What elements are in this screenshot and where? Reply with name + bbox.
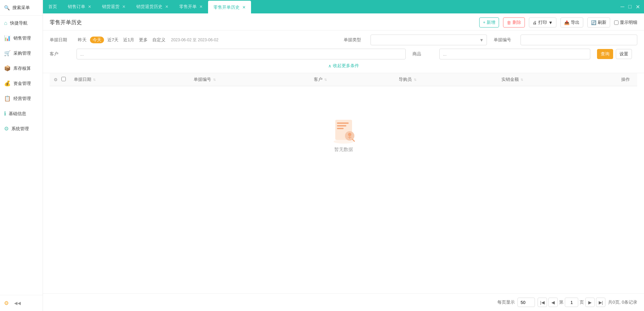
tab-sales-return[interactable]: 销货退货 ✕ <box>97 0 131 13</box>
tab-retail-open-label: 零售开单 <box>179 4 197 10</box>
tab-bar-right: ─ □ ✕ <box>621 4 644 10</box>
sidebar-search[interactable]: 🔍 搜索采单 <box>0 0 43 16</box>
tab-sales-return-close[interactable]: ✕ <box>122 4 126 9</box>
sidebar-item-label: 经营管理 <box>13 96 31 102</box>
product-input[interactable]: ... <box>439 49 590 59</box>
info-icon: ℹ <box>4 110 6 117</box>
collapse-sidebar-icon[interactable]: ◀◀ <box>14 301 21 306</box>
tab-sales-order[interactable]: 销售订单 ✕ <box>62 0 97 13</box>
export-button[interactable]: 📤 导出 <box>560 17 583 28</box>
window-minimize-icon[interactable]: ─ <box>621 4 624 10</box>
th-op: 操作 <box>617 73 637 86</box>
toolbar: + 新增 🗑 删除 🖨 打印 ▼ 📤 导出 🔄 刷新 <box>479 17 637 28</box>
page-title: 零售开单历史 <box>50 19 82 26</box>
th-amount-sort-icon[interactable]: ⇅ <box>521 78 523 82</box>
sidebar-item-quick-nav[interactable]: ⌂ 快捷导航 <box>0 16 43 31</box>
sidebar-item-label: 快捷导航 <box>10 20 28 26</box>
settings-icon[interactable]: ⚙ <box>4 300 9 306</box>
filter-bill-type-col: 单据类型 ▼ <box>344 35 487 45</box>
display-cols-checkbox[interactable] <box>614 20 618 25</box>
refresh-button[interactable]: 🔄 刷新 <box>587 17 610 28</box>
page-header: 零售开单历史 + 新增 🗑 删除 🖨 打印 ▼ 📤 导出 🔄 <box>43 13 644 31</box>
export-icon: 📤 <box>564 20 569 25</box>
page-size-select[interactable]: 10 20 50 100 <box>517 298 535 307</box>
sidebar-item-label: 基础信息 <box>9 111 26 117</box>
collapse-filter-btn[interactable]: ∧ 收起更多条件 <box>328 63 359 69</box>
page-size-label: 每页显示 <box>497 299 515 305</box>
th-salesperson-sort-icon[interactable]: ⇅ <box>414 78 416 82</box>
first-page-btn[interactable]: |◀ <box>538 298 547 307</box>
empty-text: 暂无数据 <box>334 147 353 153</box>
prev-page-btn[interactable]: ◀ <box>548 298 558 307</box>
bill-type-select[interactable] <box>370 35 487 45</box>
sidebar-item-inventory[interactable]: 📦 库存核算 <box>0 61 43 76</box>
shortcut-today[interactable]: 今天 <box>90 37 104 43</box>
customer-input[interactable]: ... <box>77 49 406 59</box>
sidebar-item-purchase-mgmt[interactable]: 🛒 采购管理 <box>0 46 43 61</box>
sidebar-item-operations[interactable]: 📋 经营管理 <box>0 91 43 106</box>
th-settings: ⚙ <box>50 73 70 86</box>
table-header-row: ⚙ 单据日期 ⇅ 单据编号 ⇅ 客户 <box>50 73 637 86</box>
tab-retail-open-history[interactable]: 零售开单历史 ✕ <box>208 1 251 14</box>
date-range-display: 2023-06-02 至 2023-06-02 <box>171 37 218 43</box>
th-no-label: 单据编号 <box>194 77 211 82</box>
tab-sales-order-close[interactable]: ✕ <box>88 4 91 9</box>
tab-sales-return-history[interactable]: 销货退货历史 ✕ <box>131 0 174 13</box>
tab-retail-open-history-label: 零售开单历史 <box>213 4 240 10</box>
shortcut-custom[interactable]: 自定义 <box>151 37 167 43</box>
bill-no-input[interactable] <box>521 35 637 45</box>
shortcut-yesterday[interactable]: 昨天 <box>77 37 88 43</box>
sidebar-item-system[interactable]: ⚙ 系统管理 <box>0 121 43 136</box>
filter-bill-no-col: 单据编号 <box>494 35 637 45</box>
shortcut-more[interactable]: 更多 <box>138 37 149 43</box>
sidebar-item-label: 采购管理 <box>13 50 31 56</box>
tab-home-label: 首页 <box>48 4 57 10</box>
filter-date-col: 单据日期 昨天 今天 近7天 近1月 更多 自定义 2023-06-02 至 2… <box>50 37 337 43</box>
sidebar-item-sales-mgmt[interactable]: 📊 销售管理 <box>0 31 43 46</box>
home-icon: ⌂ <box>4 20 7 26</box>
customer-placeholder: ... <box>80 52 84 57</box>
bill-type-label: 单据类型 <box>344 37 370 43</box>
sidebar-item-finance[interactable]: 💰 资金管理 <box>0 76 43 91</box>
select-all-checkbox[interactable] <box>61 77 66 81</box>
tab-home[interactable]: 首页 <box>43 0 62 13</box>
print-button[interactable]: 🖨 打印 ▼ <box>529 17 556 28</box>
tab-sales-return-history-close[interactable]: ✕ <box>165 4 168 9</box>
page-input[interactable] <box>565 298 578 307</box>
svg-rect-2 <box>337 122 349 124</box>
table-area: ⚙ 单据日期 ⇅ 单据编号 ⇅ 客户 <box>43 73 644 293</box>
th-amount-label: 实销金额 <box>501 77 519 82</box>
customer-label: 客户 <box>50 51 77 57</box>
settings-button[interactable]: 设置 <box>616 49 632 59</box>
tab-bar: 首页 销售订单 ✕ 销货退货 ✕ 销货退货历史 ✕ 零售开单 ✕ 零售开单历史 … <box>43 0 644 13</box>
tab-retail-open[interactable]: 零售开单 ✕ <box>174 0 208 13</box>
shortcut-7days[interactable]: 近7天 <box>106 37 120 43</box>
sidebar-bottom: ⚙ ◀◀ <box>0 295 43 311</box>
sidebar-item-basic-info[interactable]: ℹ 基础信息 <box>0 106 43 121</box>
main-area: 首页 销售订单 ✕ 销货退货 ✕ 销货退货历史 ✕ 零售开单 ✕ 零售开单历史 … <box>43 0 644 311</box>
table-settings-icon[interactable]: ⚙ <box>54 77 58 82</box>
tab-sales-return-label: 销货退货 <box>102 4 119 10</box>
th-date-sort-icon[interactable]: ⇅ <box>93 78 96 82</box>
window-close-icon[interactable]: ✕ <box>636 4 640 10</box>
print-dropdown-icon: ▼ <box>548 20 553 25</box>
content-area: 零售开单历史 + 新增 🗑 删除 🖨 打印 ▼ 📤 导出 🔄 <box>43 13 644 311</box>
th-no-sort-icon[interactable]: ⇅ <box>213 78 216 82</box>
next-page-btn[interactable]: ▶ <box>585 298 595 307</box>
filter-product-col: 商品 ... <box>412 49 590 59</box>
delete-button[interactable]: 🗑 删除 <box>503 17 525 28</box>
th-no: 单据编号 ⇅ <box>190 73 309 86</box>
last-page-btn[interactable]: ▶| <box>596 298 605 307</box>
new-button[interactable]: + 新增 <box>479 17 499 28</box>
search-icon: 🔍 <box>4 5 10 10</box>
window-maximize-icon[interactable]: □ <box>628 4 632 10</box>
th-customer-sort-icon[interactable]: ⇅ <box>324 78 327 82</box>
display-cols-toggle[interactable]: 显示明细 <box>614 19 637 25</box>
filter-row-1: 单据日期 昨天 今天 近7天 近1月 更多 自定义 2023-06-02 至 2… <box>50 35 637 45</box>
tab-retail-open-history-close[interactable]: ✕ <box>242 5 246 10</box>
tab-retail-open-close[interactable]: ✕ <box>199 4 203 9</box>
sidebar-item-label: 系统管理 <box>11 126 29 132</box>
shortcut-1month[interactable]: 近1月 <box>122 37 136 43</box>
product-placeholder: ... <box>443 52 447 57</box>
query-button[interactable]: 查询 <box>597 49 613 59</box>
